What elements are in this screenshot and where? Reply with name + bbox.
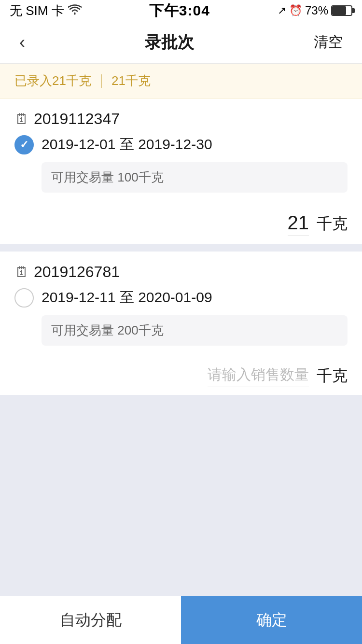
batch-id-row-2: 🗓 2019126781 <box>14 263 348 281</box>
qty-placeholder-2[interactable]: 请输入销售数量 <box>208 365 309 385</box>
batch-id-icon-2: 🗓 <box>14 264 29 280</box>
battery-percent: 73% <box>305 4 328 17</box>
batch-id-row-1: 🗓 2019112347 <box>14 110 348 128</box>
status-carrier: 无 SIM 卡 <box>10 2 82 19</box>
confirm-button[interactable]: 确定 <box>181 596 362 644</box>
qty-value-1[interactable]: 21 <box>288 212 309 234</box>
batch-id-1: 2019112347 <box>34 110 120 128</box>
page-title: 录批次 <box>145 31 194 54</box>
batch-id-2: 2019126781 <box>34 263 120 281</box>
qty-underline-1: 21 <box>288 212 309 236</box>
wifi-icon <box>68 3 82 18</box>
qty-underline-2: 请输入销售数量 <box>208 365 309 387</box>
batch-item-1: 🗓 2019112347 2019-12-01 至 2019-12-30 可用交… <box>0 98 362 244</box>
batch-item-2-inner: 🗓 2019126781 2019-12-11 至 2020-01-09 可用交… <box>0 252 362 355</box>
alarm-icon: ⏰ <box>289 4 302 17</box>
info-banner: 已录入21千克 21千克 <box>0 64 362 98</box>
nav-bar: ‹ 录批次 清空 <box>0 21 362 64</box>
batch-id-icon-1: 🗓 <box>14 111 29 127</box>
gps-icon: ↗ <box>278 4 286 17</box>
radio-2[interactable] <box>14 288 34 308</box>
section-divider <box>0 244 362 252</box>
batch-item-1-inner: 🗓 2019112347 2019-12-01 至 2019-12-30 可用交… <box>0 98 362 202</box>
available-qty-1: 可用交易量 100千克 <box>42 162 348 193</box>
batch-date-row-1: 2019-12-01 至 2019-12-30 <box>14 135 348 154</box>
info-value: 21千克 <box>111 72 151 89</box>
status-time: 下午3:04 <box>149 1 210 21</box>
qty-unit-1: 千克 <box>317 213 348 235</box>
batch-date-2: 2019-12-11 至 2020-01-09 <box>42 288 212 308</box>
carrier-text: 无 SIM 卡 <box>10 2 64 19</box>
qty-unit-2: 千克 <box>317 365 348 387</box>
clear-button[interactable]: 清空 <box>309 28 348 57</box>
status-bar: 无 SIM 卡 下午3:04 ↗ ⏰ 73% <box>0 0 362 21</box>
auto-distribute-button[interactable]: 自动分配 <box>0 596 181 644</box>
radio-1[interactable] <box>14 135 34 154</box>
qty-input-row-1: 21 千克 <box>0 202 362 244</box>
info-recorded: 已录入21千克 <box>14 72 91 89</box>
empty-space <box>0 395 362 607</box>
status-indicators: ↗ ⏰ 73% <box>278 4 352 17</box>
info-divider <box>101 74 102 88</box>
bottom-bar: 自动分配 确定 <box>0 596 362 644</box>
batch-item-2: 🗓 2019126781 2019-12-11 至 2020-01-09 可用交… <box>0 252 362 395</box>
available-qty-2: 可用交易量 200千克 <box>42 315 348 346</box>
qty-input-row-2: 请输入销售数量 千克 <box>0 355 362 395</box>
content-area: 🗓 2019112347 2019-12-01 至 2019-12-30 可用交… <box>0 98 362 644</box>
back-button[interactable]: ‹ <box>14 28 30 57</box>
battery-icon <box>331 5 352 16</box>
batch-date-row-2: 2019-12-11 至 2020-01-09 <box>14 288 348 308</box>
batch-date-1: 2019-12-01 至 2019-12-30 <box>42 135 212 154</box>
